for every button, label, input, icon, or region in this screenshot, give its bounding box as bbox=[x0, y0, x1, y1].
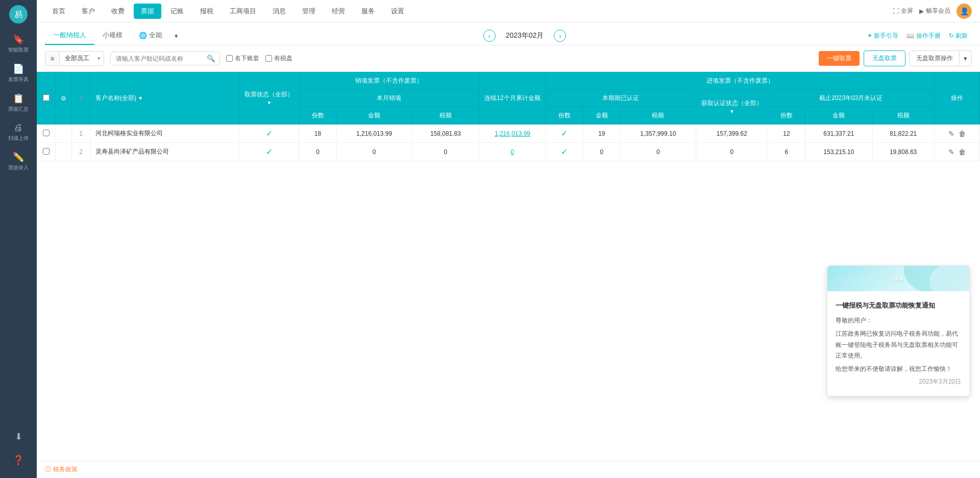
row-checkbox[interactable] bbox=[37, 143, 56, 161]
th-customer: 客户名称(全部) ▼ bbox=[90, 72, 239, 124]
table-row: 2 灵寿县尚泽矿产品有限公司 ✓ 0 0 0 0 ✓ 0 0 0 6 153,2… bbox=[37, 143, 980, 161]
current-date: 2023年02月 bbox=[500, 31, 550, 40]
tab-more-btn[interactable]: ▾ bbox=[170, 28, 182, 44]
nav-bookkeeping[interactable]: 记账 bbox=[163, 4, 191, 19]
new-guide-btn[interactable]: ✦ 全屏新手引导 bbox=[867, 32, 898, 40]
status-filter-icon[interactable]: ▼ bbox=[267, 100, 272, 106]
row-delete-btn[interactable]: 🗑 bbox=[959, 130, 966, 138]
nav-items: 首页 客户 收费 票据 记账 报税 工商项目 消息 管理 经营 服务 设置 bbox=[45, 4, 893, 19]
diskless-ops-main[interactable]: 无盘取票操作 bbox=[910, 51, 959, 66]
operation-manual-btn[interactable]: 📖 操作手册 bbox=[906, 32, 940, 40]
chevron-down-icon: ▾ bbox=[175, 32, 178, 40]
row-ticket-status: ✓ bbox=[239, 124, 299, 143]
filter-dropdown-arrow[interactable]: ▾ bbox=[94, 53, 104, 64]
select-all-checkbox[interactable] bbox=[43, 94, 50, 101]
globe-icon: 🌐 bbox=[139, 32, 147, 39]
th-sales-group: 销项发票（不含作废票） bbox=[299, 72, 479, 90]
ticket-status-icon: ✓ bbox=[266, 129, 273, 138]
settings-icon[interactable]: ⚙ bbox=[61, 95, 66, 102]
sidebar-item-invoice-entry[interactable]: ✏️ 票据录入 bbox=[0, 146, 37, 176]
invoice-summary-icon: 📋 bbox=[13, 93, 24, 104]
cumulative-link[interactable]: 0 bbox=[511, 148, 514, 156]
prev-month-btn[interactable]: ‹ bbox=[483, 30, 496, 42]
row-edit-btn[interactable]: ✎ bbox=[948, 148, 954, 156]
row-cumulative: 0 bbox=[479, 143, 546, 161]
notification-body: 一键报税与无盘取票功能恢复通知 尊敬的用户： 江苏政务网已恢复访问电子税务局功能… bbox=[827, 291, 969, 396]
tab-small-scale[interactable]: 小规模 bbox=[94, 27, 131, 45]
bottom-bar: ⓘ 税务政策 bbox=[37, 461, 980, 478]
employee-filter[interactable]: ≡ 全部员工 ▾ bbox=[45, 51, 104, 66]
sidebar-item-scan-upload[interactable]: 🖨 扫描上传 bbox=[0, 117, 37, 146]
next-month-btn[interactable]: › bbox=[554, 30, 566, 42]
fullscreen-btn[interactable]: ⛶ 全屏 bbox=[893, 7, 913, 15]
row-delete-btn[interactable]: 🗑 bbox=[959, 148, 966, 156]
row-pur-uncert-tax: 81,822.21 bbox=[872, 124, 934, 143]
customer-filter-icon[interactable]: ▼ bbox=[138, 95, 143, 101]
th-cert-status: 获取认证状态（全部） ▼ bbox=[696, 90, 768, 124]
row-checkbox[interactable] bbox=[37, 124, 56, 143]
refresh-btn[interactable]: ↻ 刷新 bbox=[949, 32, 968, 40]
invoice-table: ⚙ # 客户名称(全部) ▼ 取票状态（全部） ▼ 销项发票（不含 bbox=[37, 72, 980, 161]
nav-manage[interactable]: 管理 bbox=[295, 4, 323, 19]
sidebar-help-icon[interactable]: ❓ bbox=[9, 450, 28, 470]
notification-header-text: tEa bbox=[894, 275, 902, 282]
row-index: 1 bbox=[72, 124, 90, 143]
tab-navigation: ‹ 2023年02月 › bbox=[483, 30, 567, 42]
svg-point-3 bbox=[929, 266, 969, 291]
cert-status-icon: ✓ bbox=[561, 147, 568, 156]
row-sales-amount: 1,216,013.99 bbox=[336, 124, 412, 143]
sidebar-item-invoice-open[interactable]: 📄 发票开具 bbox=[0, 58, 37, 88]
tab-general-taxpayer[interactable]: 一般纳税人 bbox=[45, 27, 94, 45]
nav-message[interactable]: 消息 bbox=[265, 4, 293, 19]
cumulative-link[interactable]: 1,216,013.99 bbox=[495, 130, 530, 137]
nav-service[interactable]: 服务 bbox=[354, 4, 382, 19]
diskless-ticket-btn[interactable]: 无盘取票 bbox=[864, 51, 905, 66]
th-pur-uncert-shares: 份数 bbox=[768, 107, 805, 124]
app-logo[interactable]: 易 bbox=[8, 4, 29, 24]
nav-fee[interactable]: 收费 bbox=[104, 4, 132, 19]
checkbox-own-accounts[interactable]: 名下账套 bbox=[226, 54, 259, 63]
sidebar-item-invoice-summary[interactable]: 📋 票据汇总 bbox=[0, 88, 37, 117]
row-pur-uncert-tax: 19,808.63 bbox=[872, 143, 934, 161]
cert-status-filter-icon[interactable]: ▼ bbox=[729, 109, 734, 114]
nav-commerce[interactable]: 工商项目 bbox=[223, 4, 263, 19]
tax-policy-link[interactable]: ⓘ 税务政策 bbox=[45, 465, 78, 474]
member-icon: ▶ bbox=[919, 8, 924, 15]
nav-ticket[interactable]: 票据 bbox=[134, 4, 161, 19]
nav-customer[interactable]: 客户 bbox=[75, 4, 102, 19]
tab-omnipotent[interactable]: 🌐 全能 bbox=[131, 27, 170, 45]
diskless-ops-arrow[interactable]: ▾ bbox=[959, 52, 971, 65]
invoice-entry-icon: ✏️ bbox=[13, 152, 24, 163]
invoice-open-icon: 📄 bbox=[13, 63, 24, 74]
search-box[interactable]: 🔍 bbox=[110, 52, 220, 65]
top-nav: 首页 客户 收费 票据 记账 报税 工商项目 消息 管理 经营 服务 设置 ⛶ … bbox=[37, 0, 980, 22]
nav-business[interactable]: 经营 bbox=[325, 4, 352, 19]
nav-tax[interactable]: 报税 bbox=[193, 4, 220, 19]
one-click-ticket-btn[interactable]: 一键取票 bbox=[819, 51, 860, 66]
row-customer-name: 灵寿县尚泽矿产品有限公司 bbox=[90, 143, 239, 161]
ticket-status-icon: ✓ bbox=[266, 147, 273, 156]
diskless-ops-dropdown[interactable]: 无盘取票操作 ▾ bbox=[910, 51, 972, 66]
nav-home[interactable]: 首页 bbox=[45, 4, 72, 19]
row-pur-cert-tax: 0 bbox=[696, 143, 768, 161]
row-pur-uncert-shares: 6 bbox=[768, 143, 805, 161]
th-purchase-group: 进项发票（不含作废票） bbox=[546, 72, 934, 90]
search-button[interactable]: 🔍 bbox=[203, 52, 219, 65]
sidebar-download-icon[interactable]: ⬇ bbox=[11, 427, 27, 446]
row-pur-uncert-amount: 153,215.10 bbox=[805, 143, 872, 161]
member-btn[interactable]: ▶ 畅享会员 bbox=[919, 7, 950, 15]
nav-settings[interactable]: 设置 bbox=[384, 4, 411, 19]
main-area: 首页 客户 收费 票据 记账 报税 工商项目 消息 管理 经营 服务 设置 ⛶ … bbox=[37, 0, 980, 478]
row-operations: ✎ 🗑 bbox=[934, 124, 979, 143]
fullscreen-icon: ⛶ bbox=[893, 8, 899, 15]
user-avatar[interactable]: 👤 bbox=[957, 4, 972, 19]
th-pur-cert-tax: 税额 bbox=[620, 107, 696, 124]
row-index: 2 bbox=[72, 143, 90, 161]
search-input[interactable] bbox=[111, 53, 203, 65]
cert-status-icon: ✓ bbox=[561, 129, 568, 138]
row-edit-btn[interactable]: ✎ bbox=[948, 130, 954, 138]
th-cumulative: 连续12个月累计金额 bbox=[479, 72, 546, 124]
sidebar-item-smart-ticket[interactable]: 🔖 智能取票 bbox=[0, 29, 37, 58]
checkbox-has-tax-disk[interactable]: 有税盘 bbox=[265, 54, 292, 63]
chevron-left-icon: ‹ bbox=[488, 32, 490, 40]
